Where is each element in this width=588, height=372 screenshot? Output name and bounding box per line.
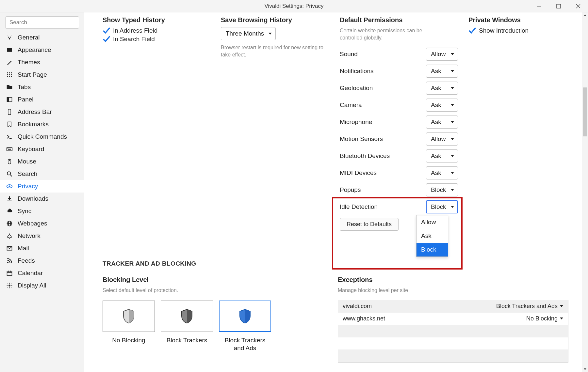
shield-icon [219, 301, 271, 332]
svg-point-8 [7, 74, 8, 75]
bookmarks-icon [6, 121, 13, 128]
permission-label: Popups [340, 186, 361, 194]
sidebar-item-label: Mouse [18, 158, 36, 165]
svg-rect-1 [557, 4, 561, 8]
sidebar-item-label: Bookmarks [18, 121, 49, 128]
blocking-level-block-trackers-and-ads[interactable]: Block Trackers and Ads [219, 301, 271, 352]
reset-defaults-button[interactable]: Reset to Defaults [340, 218, 399, 231]
select-value: Ask [431, 68, 441, 75]
maximize-button[interactable] [549, 0, 568, 12]
svg-point-5 [7, 72, 8, 73]
sidebar-item-label: Start Page [18, 71, 47, 78]
private-windows-title: Private Windows [468, 16, 568, 24]
window-title: Vivaldi Settings: Privacy [264, 3, 323, 9]
svg-point-33 [9, 234, 10, 235]
permission-label: Camera [340, 101, 362, 109]
sidebar-item-appearance[interactable]: Appearance [0, 44, 84, 56]
sidebar-item-display-all[interactable]: Display All [0, 279, 84, 292]
sidebar-item-keyboard[interactable]: Keyboard [0, 143, 84, 155]
keyboard-icon [6, 146, 13, 153]
sidebar-item-mail[interactable]: Mail [0, 242, 84, 255]
svg-point-10 [11, 74, 12, 75]
blocking-level-block-trackers[interactable]: Block Trackers [161, 301, 213, 352]
permission-select[interactable]: Ask [426, 99, 458, 112]
close-button[interactable] [568, 0, 588, 12]
dropdown-option-block[interactable]: Block [416, 243, 448, 256]
minimize-button[interactable] [529, 0, 549, 12]
sidebar-item-start-page[interactable]: Start Page [0, 69, 84, 81]
dropdown-option-ask[interactable]: Ask [416, 229, 448, 243]
permission-select[interactable]: Ask [426, 65, 458, 78]
exception-level-select[interactable]: Block Trackers and Ads [496, 303, 564, 310]
settings-search-input[interactable] [5, 16, 79, 29]
scroll-down-button[interactable] [582, 366, 588, 372]
blocking-level-no-blocking[interactable]: No Blocking [103, 301, 155, 352]
network-icon [6, 232, 13, 240]
sidebar-item-calendar[interactable]: Calendar [0, 267, 84, 279]
exception-row[interactable]: vivaldi.comBlock Trackers and Ads [338, 300, 568, 313]
chevron-down-icon [450, 118, 454, 126]
permission-select[interactable]: Ask [426, 82, 458, 95]
sidebar-item-general[interactable]: General [0, 31, 84, 44]
permission-select[interactable]: Block [426, 200, 458, 213]
sidebar-item-label: Display All [18, 282, 46, 289]
permission-row-sound: SoundAllow [340, 48, 458, 61]
svg-point-13 [11, 76, 12, 77]
permission-select[interactable]: Ask [426, 149, 458, 163]
permission-select[interactable]: Allow [426, 132, 458, 146]
permission-dropdown-menu[interactable]: AllowAskBlock [416, 215, 448, 257]
sidebar-item-bookmarks[interactable]: Bookmarks [0, 118, 84, 131]
chevron-down-icon [560, 315, 564, 322]
shield-icon [161, 301, 213, 332]
exception-row[interactable]: www.ghacks.netNo Blocking [338, 313, 568, 325]
mail-icon [6, 245, 13, 252]
sidebar-item-feeds[interactable]: Feeds [0, 255, 84, 267]
sidebar-item-tabs[interactable]: Tabs [0, 81, 84, 93]
sidebar-item-address-bar[interactable]: Address Bar [0, 106, 84, 118]
dropdown-option-allow[interactable]: Allow [416, 215, 448, 229]
permission-label: Geolocation [340, 85, 373, 92]
scrollbar[interactable] [582, 12, 588, 372]
blocking-level-label: Block Trackers [161, 336, 213, 344]
sidebar-item-panel[interactable]: Panel [0, 93, 84, 106]
svg-point-43 [8, 285, 10, 287]
typed-history-address-checkbox[interactable]: In Address Field [103, 27, 221, 34]
sidebar-item-search[interactable]: Search [0, 168, 84, 180]
exception-level-value: No Blocking [526, 315, 558, 322]
select-value: Ask [431, 169, 441, 177]
scroll-up-button[interactable] [582, 12, 588, 18]
show-introduction-checkbox[interactable]: Show Introduction [468, 27, 568, 34]
sidebar-item-mouse[interactable]: Mouse [0, 155, 84, 168]
sidebar-item-label: General [18, 34, 40, 41]
typed-history-search-checkbox[interactable]: In Search Field [103, 36, 221, 43]
permission-select[interactable]: Allow [426, 48, 458, 61]
quick-commands-icon [6, 133, 13, 140]
svg-point-9 [9, 74, 10, 75]
exception-row-empty [338, 337, 568, 350]
permission-select[interactable]: Ask [426, 166, 458, 179]
sidebar-item-quick-commands[interactable]: Quick Commands [0, 131, 84, 143]
sidebar-item-downloads[interactable]: Downloads [0, 193, 84, 205]
sidebar-item-privacy[interactable]: Privacy [0, 180, 84, 193]
downloads-icon [6, 195, 13, 202]
permission-label: Microphone [340, 118, 372, 126]
permission-select[interactable]: Block [426, 183, 458, 196]
sidebar-item-label: Panel [18, 96, 34, 103]
checkbox-label: In Address Field [113, 27, 157, 34]
sidebar-item-label: Search [18, 170, 37, 178]
select-value: Allow [431, 51, 446, 58]
sidebar-item-network[interactable]: Network [0, 230, 84, 242]
save-history-select[interactable]: Three Months [221, 27, 276, 40]
select-value: Ask [431, 85, 441, 92]
sidebar-item-sync[interactable]: Sync [0, 205, 84, 217]
scroll-thumb[interactable] [583, 87, 587, 136]
blocking-level-hint: Select default level of protection. [103, 287, 338, 294]
sidebar-item-label: Quick Commands [18, 133, 67, 140]
svg-line-27 [10, 175, 12, 177]
save-history-title: Save Browsing History [221, 16, 340, 24]
sidebar-item-themes[interactable]: Themes [0, 56, 84, 69]
svg-rect-18 [8, 109, 11, 115]
sidebar-item-webpages[interactable]: Webpages [0, 217, 84, 230]
permission-select[interactable]: Ask [426, 116, 458, 129]
exception-level-select[interactable]: No Blocking [526, 315, 564, 322]
